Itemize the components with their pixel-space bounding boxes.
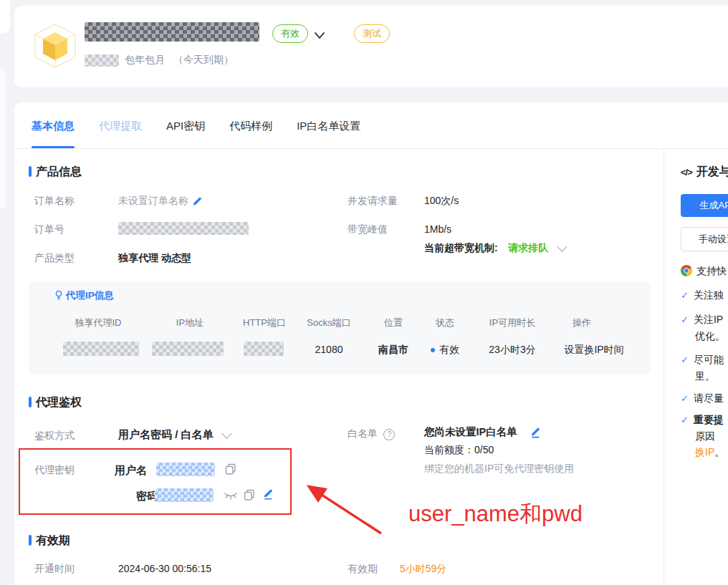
concurrent-label: 并发请求量 — [348, 195, 398, 208]
tab-basic-info[interactable]: 基本信息 — [32, 120, 75, 133]
tab-bar: 基本信息 代理提取 API密钥 代码样例 IP白名单设置 — [32, 120, 360, 133]
tab-proxy-extract[interactable]: 代理提取 — [99, 120, 142, 133]
chrome-note-text: 支持快 — [696, 265, 727, 276]
auth-method-value: 用户名密码 / 白名单 — [118, 428, 214, 440]
auth-method-value-row[interactable]: 用户名密码 / 白名单 — [118, 428, 229, 442]
whitelist-label: 白名单 — [348, 427, 378, 439]
status-text: 有效 — [439, 344, 459, 355]
tip-text: 里。 — [681, 368, 724, 384]
redacted-http-port — [244, 342, 284, 356]
product-type-value: 独享代理 动态型 — [118, 252, 191, 265]
tip-text: 。 — [714, 446, 724, 458]
sidebar-tip: ✓尽可能 里。 — [681, 352, 724, 384]
header-card: 有效 测试 包年包月 （今天到期） — [14, 6, 728, 87]
set-ip-rotation-link[interactable]: 设置换IP时间 — [564, 344, 623, 357]
open-time-value: 2024-06-30 00:56:15 — [118, 563, 211, 574]
whitelist-help-icon[interactable]: ? — [383, 429, 395, 440]
bandwidth-value: 1Mb/s — [424, 223, 451, 235]
duration-value: 23小时3分 — [489, 344, 535, 357]
tip-text: 关注IP — [694, 314, 723, 325]
page: 有效 测试 包年包月 （今天到期） 基本信息 代理提取 API密钥 代码样例 I… — [0, 0, 728, 585]
proxy-auth-title: 代理鉴权 — [36, 395, 82, 410]
col-action: 操作 — [573, 316, 591, 329]
check-icon: ✓ — [681, 415, 689, 425]
tip-text: 原因 — [681, 428, 724, 444]
proxy-ip-title: 代理IP信息 — [66, 289, 114, 302]
section-bar — [29, 166, 32, 177]
tab-api-key[interactable]: API密钥 — [166, 120, 205, 133]
col-socks-port: Socks端口 — [307, 316, 350, 329]
redacted-order-title — [85, 22, 259, 42]
order-name-value: 未设置订单名称 — [118, 195, 188, 208]
header-chevron-down-icon[interactable] — [314, 32, 325, 40]
expiry-text: （今天到期） — [173, 54, 234, 67]
annotation-box — [19, 448, 292, 515]
tip-text: 关注独 — [694, 289, 724, 301]
validity-title: 有效期 — [36, 533, 70, 548]
order-no-label: 订单号 — [34, 223, 64, 236]
tab-ip-whitelist[interactable]: IP白名单设置 — [297, 120, 360, 133]
redacted-ip-address — [152, 342, 224, 356]
whitelist-label-row: 白名单 ? — [348, 427, 395, 440]
left-edge-strip — [0, 69, 6, 209]
plan-text: 包年包月 — [125, 54, 165, 67]
sidebar-tip: ✓请尽量 — [681, 390, 724, 407]
chrome-icon — [681, 265, 692, 276]
over-bandwidth-chevron-icon[interactable] — [557, 242, 567, 252]
redacted-proxy-id — [63, 342, 139, 356]
product-type-label: 产品类型 — [34, 252, 75, 265]
product-cube-icon — [33, 23, 77, 69]
tip-text-highlight: 换IP — [695, 446, 714, 458]
tabbar-divider — [14, 148, 728, 149]
code-icon: </> — [681, 167, 692, 178]
bulb-icon — [54, 290, 63, 301]
status-badge: 有效 — [272, 24, 308, 43]
generate-api-button[interactable]: 生成API — [681, 194, 728, 217]
manual-setup-button[interactable]: 手动设置 — [681, 227, 728, 251]
over-bandwidth-label: 当前超带宽机制: — [424, 242, 498, 253]
auth-method-chevron-icon — [221, 429, 231, 439]
col-location: 位置 — [384, 316, 403, 329]
validity-value: 5小时59分 — [400, 563, 446, 576]
whitelist-hint: 绑定您的机器IP可免代理密钥使用 — [424, 463, 574, 475]
sidebar-tip: ✓关注IP 优化。 — [681, 311, 725, 344]
edit-order-name-icon[interactable] — [192, 195, 203, 207]
redacted-order-no — [118, 222, 249, 235]
col-http-port: HTTP端口 — [243, 316, 286, 329]
tip-text: 请尽量 — [694, 392, 724, 404]
location-value: 南昌市 — [378, 344, 408, 357]
check-icon: ✓ — [681, 290, 689, 301]
bandwidth-label: 带宽峰值 — [348, 223, 388, 236]
open-time-label: 开通时间 — [34, 563, 75, 576]
over-bandwidth-value[interactable]: 请求排队 — [508, 242, 548, 253]
col-proxy-id: 独享代理ID — [75, 316, 122, 329]
annotation-arrow — [295, 471, 396, 543]
sidebar-divider — [664, 149, 664, 585]
redacted-subtitle-prefix — [85, 54, 119, 67]
col-ip-address: IP地址 — [176, 316, 203, 329]
tip-text: 重要提 — [694, 414, 724, 425]
sidebar-title-row: </>开发与 — [681, 165, 728, 180]
sidebar-title: 开发与 — [696, 165, 728, 178]
whitelist-quota: 当前额度：0/50 — [424, 444, 494, 457]
sidebar-tip: ✓重要提 原因 换IP。 — [681, 412, 724, 460]
auth-method-label: 鉴权方式 — [34, 430, 75, 443]
order-name-label: 订单名称 — [34, 195, 75, 208]
socks-port-value: 21080 — [315, 344, 343, 355]
status-dot — [431, 348, 435, 352]
check-icon: ✓ — [681, 393, 689, 404]
test-badge: 测试 — [354, 24, 390, 43]
col-duration: IP可用时长 — [489, 316, 535, 329]
whitelist-empty-row: 您尚未设置IP白名单 — [424, 425, 541, 439]
over-bandwidth-row: 当前超带宽机制: 请求排队 — [424, 241, 565, 255]
tab-code-samples[interactable]: 代码样例 — [229, 120, 272, 133]
left-edge-notch — [0, 0, 10, 33]
concurrent-value: 100次/s — [424, 195, 459, 208]
col-status: 状态 — [436, 316, 454, 329]
section-bar — [29, 397, 32, 407]
whitelist-empty-text: 您尚未设置IP白名单 — [424, 426, 517, 437]
tip-text: 尽可能 — [694, 354, 724, 365]
status-value: 有效 — [431, 344, 459, 357]
edit-whitelist-icon[interactable] — [530, 427, 541, 438]
check-icon: ✓ — [681, 354, 689, 365]
